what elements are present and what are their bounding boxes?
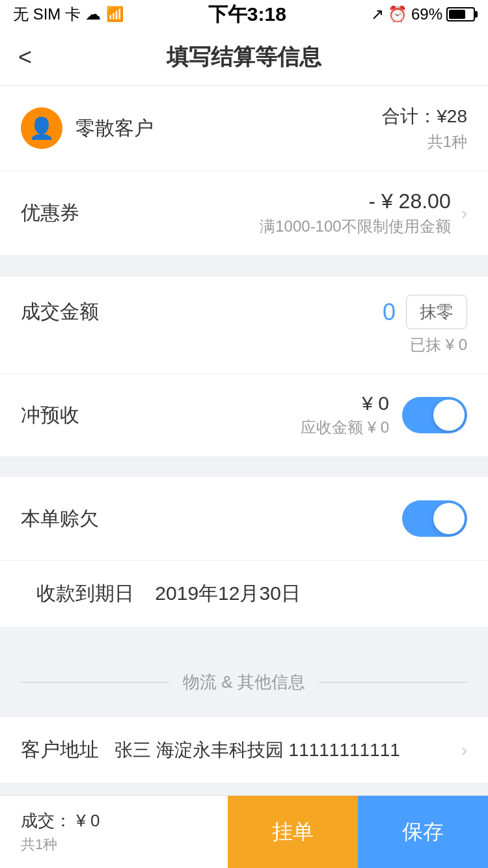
advance-sub: 应收金额 ¥ 0: [301, 417, 389, 438]
transaction-sub: 已抹 ¥ 0: [21, 334, 467, 355]
avatar-char: 👤: [29, 116, 55, 141]
back-button[interactable]: <: [18, 44, 32, 71]
logistics-label: 物流 & 其他信息: [170, 671, 318, 694]
sim-indicator: 无 SIM 卡 ☁: [13, 4, 101, 25]
total-count: 共1种: [382, 131, 467, 152]
logistics-section: 物流 & 其他信息: [0, 658, 488, 707]
customer-name: 零散客户: [75, 115, 154, 142]
bottom-info: 成交： ¥ 0 共1种: [0, 809, 228, 854]
customer-right: 合计：¥28 共1种: [382, 104, 467, 152]
advance-right: ¥ 0 应收金额 ¥ 0: [301, 392, 467, 438]
address-value: 张三 海淀永丰科技园 11111111111: [115, 738, 461, 763]
pending-button[interactable]: 挂单: [228, 796, 358, 869]
status-bar: 无 SIM 卡 ☁ 📶 下午3:18 ↗ ⏰ 69%: [0, 0, 488, 29]
customer-row: 👤 零散客户 合计：¥28 共1种: [0, 86, 488, 170]
customer-left: 👤 零散客户: [21, 107, 154, 149]
bottom-count: 共1种: [21, 835, 207, 854]
advance-row: 冲预收 ¥ 0 应收金额 ¥ 0: [0, 373, 488, 456]
total-amount: 合计：¥28: [382, 104, 467, 129]
status-right: ↗ ⏰ 69%: [371, 5, 475, 23]
advance-label: 冲预收: [21, 402, 79, 429]
advance-amount: ¥ 0: [301, 392, 389, 414]
coupon-right: - ¥ 28.00 满1000-100不限制使用金额 ›: [260, 189, 467, 237]
debt-row: 本单赊欠: [0, 477, 488, 560]
due-date-value: 2019年12月30日: [155, 582, 300, 604]
section-divider-4: [0, 707, 488, 717]
content-area: 👤 零散客户 合计：¥28 共1种 优惠券 - ¥ 28.00 满1000-10…: [0, 86, 488, 868]
transaction-label: 成交金额: [21, 299, 99, 325]
section-divider-1: [0, 265, 488, 276]
status-time: 下午3:18: [208, 1, 286, 28]
debt-label: 本单赊欠: [21, 506, 99, 532]
battery-icon: [446, 7, 475, 21]
debt-card: 本单赊欠 收款到期日 2019年12月30日: [0, 477, 488, 627]
coupon-row[interactable]: 优惠券 - ¥ 28.00 满1000-100不限制使用金额 ›: [0, 170, 488, 255]
avatar: 👤: [21, 107, 62, 149]
address-label: 客户地址: [21, 737, 99, 763]
section-divider-3: [0, 637, 488, 658]
battery-percent: 69%: [411, 5, 442, 23]
coupon-amount: - ¥ 28.00: [260, 189, 450, 213]
debt-toggle[interactable]: [402, 500, 467, 537]
coupon-desc: 满1000-100不限制使用金额: [260, 216, 450, 237]
bottom-trade-label: 成交：: [21, 811, 72, 830]
bottom-bar: 成交： ¥ 0 共1种 挂单 保存: [0, 795, 488, 868]
coupon-value-block: - ¥ 28.00 满1000-100不限制使用金额: [260, 189, 450, 237]
bottom-trade: 成交： ¥ 0: [21, 809, 207, 832]
round-button[interactable]: 抹零: [406, 295, 467, 329]
transaction-right: 0 抹零: [370, 295, 467, 329]
section-divider-2: [0, 467, 488, 477]
nav-bar: < 填写结算等信息: [0, 29, 488, 86]
save-button[interactable]: 保存: [358, 796, 488, 869]
due-date-label: 收款到期日: [36, 582, 134, 604]
alarm-icon: ⏰: [388, 5, 407, 23]
transaction-card: 成交金额 0 抹零 已抹 ¥ 0 冲预收 ¥ 0 应收金额 ¥ 0: [0, 276, 488, 456]
advance-value-block: ¥ 0 应收金额 ¥ 0: [301, 392, 389, 438]
page-title: 填写结算等信息: [167, 42, 321, 72]
advance-toggle-knob: [433, 400, 465, 431]
customer-card: 👤 零散客户 合计：¥28 共1种 优惠券 - ¥ 28.00 满1000-10…: [0, 86, 488, 255]
debt-toggle-knob: [433, 503, 465, 534]
transaction-amount-input[interactable]: 0: [370, 299, 396, 326]
transaction-row: 成交金额 0 抹零 已抹 ¥ 0: [0, 276, 488, 373]
coupon-chevron-icon: ›: [461, 203, 467, 224]
status-left: 无 SIM 卡 ☁ 📶: [13, 4, 124, 25]
due-date-row: 收款到期日 2019年12月30日: [0, 560, 488, 627]
advance-toggle[interactable]: [402, 397, 467, 433]
address-card: 客户地址 张三 海淀永丰科技园 11111111111 ›: [0, 717, 488, 783]
wifi-icon: 📶: [106, 6, 124, 23]
advance-top: 冲预收 ¥ 0 应收金额 ¥ 0: [21, 392, 467, 438]
location-icon: ↗: [371, 5, 384, 23]
transaction-top: 成交金额 0 抹零: [21, 295, 467, 329]
coupon-label: 优惠券: [21, 200, 79, 226]
bottom-trade-value: ¥ 0: [76, 811, 100, 830]
address-chevron-icon: ›: [461, 740, 467, 761]
address-row[interactable]: 客户地址 张三 海淀永丰科技园 11111111111 ›: [0, 717, 488, 783]
